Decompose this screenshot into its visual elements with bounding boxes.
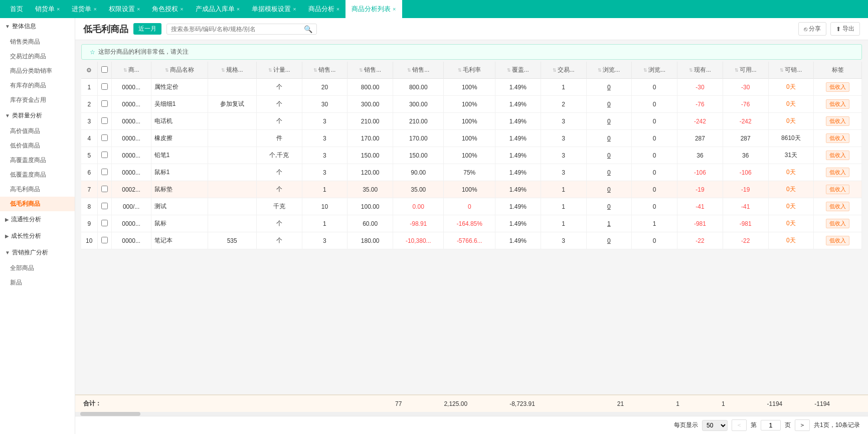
sidebar-group-overview[interactable]: ▼ 整体信息	[0, 18, 75, 35]
row-checkbox-cell[interactable]	[97, 164, 111, 181]
sidebar-group-cluster[interactable]: ▼ 类群量分析	[0, 107, 75, 124]
table-row: 9 0000... 鼠标 个 1 60.00 -98.91 -164.85% 1…	[81, 215, 862, 232]
nav-sales-order[interactable]: 销货单 ×	[29, 0, 66, 18]
row-sales-price: 35.00	[348, 181, 393, 198]
row-views2: 1	[632, 215, 677, 232]
row-checkbox-cell[interactable]	[97, 130, 111, 147]
sidebar-item-sales-goods[interactable]: 销售类商品	[0, 35, 75, 49]
row-checkbox-cell[interactable]	[97, 181, 111, 198]
row-sales-profit: 300.00	[393, 96, 444, 113]
nav-finished-goods[interactable]: 产成品入库单 ×	[190, 0, 246, 18]
sidebar-item-low-margin[interactable]: 低毛利商品	[0, 197, 75, 211]
nav-template-settings[interactable]: 单据模板设置 ×	[246, 0, 302, 18]
views1-link[interactable]: 0	[607, 118, 611, 125]
row-views1[interactable]: 0	[586, 113, 632, 130]
sidebar-item-stock-funds[interactable]: 库存资金占用	[0, 93, 75, 107]
close-permissions-icon[interactable]: ×	[137, 6, 140, 12]
sidebar-item-high-coverage[interactable]: 高覆盖度商品	[0, 153, 75, 168]
row-checkbox-cell[interactable]	[97, 79, 111, 96]
row-checkbox[interactable]	[101, 152, 108, 158]
row-views1[interactable]: 0	[586, 147, 632, 164]
row-checkbox[interactable]	[101, 100, 108, 107]
sidebar-group-growth[interactable]: ▶ 成长性分析	[0, 228, 75, 244]
sidebar-item-low-value[interactable]: 低价值商品	[0, 138, 75, 153]
sidebar-item-in-stock[interactable]: 有库存的商品	[0, 78, 75, 93]
export-button[interactable]: ⬆ 导出	[830, 22, 860, 36]
row-tag: 低收入	[814, 113, 862, 130]
row-views1[interactable]: 0	[586, 232, 632, 249]
nav-goods-analysis[interactable]: 商品分析 ×	[302, 0, 345, 18]
row-code: 0000...	[111, 232, 151, 249]
close-goods-list-icon[interactable]: ×	[393, 6, 396, 12]
row-checkbox-cell[interactable]	[97, 96, 111, 113]
per-page-select[interactable]: 50 100 200	[702, 420, 728, 431]
row-checkbox-cell[interactable]	[97, 113, 111, 130]
select-all-checkbox[interactable]	[101, 66, 108, 73]
sidebar-item-new-goods[interactable]: 新品	[0, 275, 75, 290]
nav-goods-analysis-list[interactable]: 商品分析列表 ×	[345, 0, 402, 18]
row-views1[interactable]: 0	[586, 96, 632, 113]
row-spec	[208, 130, 256, 147]
sidebar-group-marketing[interactable]: ▼ 营销推广分析	[0, 244, 75, 261]
sidebar-item-all-goods[interactable]: 全部商品	[0, 261, 75, 275]
row-sales-price: 170.00	[348, 130, 393, 147]
close-role-auth-icon[interactable]: ×	[180, 6, 183, 12]
row-checkbox[interactable]	[101, 220, 108, 226]
sidebar-item-low-coverage[interactable]: 低覆盖度商品	[0, 168, 75, 182]
sidebar-item-traded-goods[interactable]: 交易过的商品	[0, 49, 75, 64]
close-template-icon[interactable]: ×	[293, 6, 296, 12]
row-checkbox-cell[interactable]	[97, 198, 111, 215]
nav-permissions[interactable]: 权限设置 ×	[103, 0, 146, 18]
row-views1[interactable]: 1	[586, 215, 632, 232]
row-checkbox[interactable]	[101, 169, 108, 175]
views1-link[interactable]: 0	[607, 237, 611, 244]
prev-page-button[interactable]: ＜	[732, 419, 747, 431]
row-saleable: 0天	[768, 164, 814, 181]
views1-link[interactable]: 0	[607, 84, 611, 91]
close-sales-order-icon[interactable]: ×	[57, 6, 60, 12]
row-checkbox[interactable]	[101, 237, 108, 243]
row-coverage: 1.49%	[495, 232, 541, 249]
scrollbar-thumb[interactable]	[80, 412, 140, 416]
close-purchase-order-icon[interactable]: ×	[93, 6, 96, 12]
views1-link[interactable]: 1	[607, 220, 611, 227]
row-checkbox[interactable]	[101, 117, 108, 124]
views1-link[interactable]: 0	[607, 135, 611, 142]
sidebar-item-category-rate[interactable]: 商品分类助销率	[0, 64, 75, 78]
sidebar-item-high-margin[interactable]: 高毛利商品	[0, 182, 75, 197]
row-unit: 个	[256, 215, 302, 232]
settings-icon[interactable]: ⚙	[86, 67, 92, 74]
views1-link[interactable]: 0	[607, 101, 611, 108]
nav-role-auth[interactable]: 角色授权 ×	[146, 0, 189, 18]
row-checkbox[interactable]	[101, 134, 108, 141]
row-checkbox-cell[interactable]	[97, 215, 111, 232]
views1-link[interactable]: 0	[607, 203, 611, 210]
sidebar-group-liquidity[interactable]: ▶ 流通性分析	[0, 211, 75, 228]
time-filter-button[interactable]: 近一月	[133, 23, 161, 35]
share-button[interactable]: ⎋ 分享	[798, 22, 826, 36]
page-number-input[interactable]	[761, 420, 781, 430]
views1-link[interactable]: 0	[607, 169, 611, 176]
row-views1[interactable]: 0	[586, 198, 632, 215]
search-input[interactable]	[171, 26, 304, 33]
sidebar-item-high-value[interactable]: 高价值商品	[0, 124, 75, 138]
row-transactions: 1	[541, 215, 586, 232]
close-goods-analysis-icon[interactable]: ×	[336, 6, 339, 12]
row-views1[interactable]: 0	[586, 164, 632, 181]
views1-link[interactable]: 0	[607, 152, 611, 159]
row-unit: 个	[256, 232, 302, 249]
close-finished-goods-icon[interactable]: ×	[237, 6, 240, 12]
row-checkbox[interactable]	[101, 186, 108, 192]
horizontal-scrollbar[interactable]	[75, 412, 868, 416]
row-checkbox[interactable]	[101, 83, 108, 90]
row-views1[interactable]: 0	[586, 181, 632, 198]
next-page-button[interactable]: ＞	[795, 419, 810, 431]
views1-link[interactable]: 0	[607, 186, 611, 193]
row-checkbox-cell[interactable]	[97, 147, 111, 164]
nav-purchase-order[interactable]: 进货单 ×	[66, 0, 102, 18]
row-views1[interactable]: 0	[586, 130, 632, 147]
row-checkbox[interactable]	[101, 203, 108, 209]
row-checkbox-cell[interactable]	[97, 232, 111, 249]
nav-home[interactable]: 首页	[4, 0, 29, 18]
row-views1[interactable]: 0	[586, 79, 632, 96]
